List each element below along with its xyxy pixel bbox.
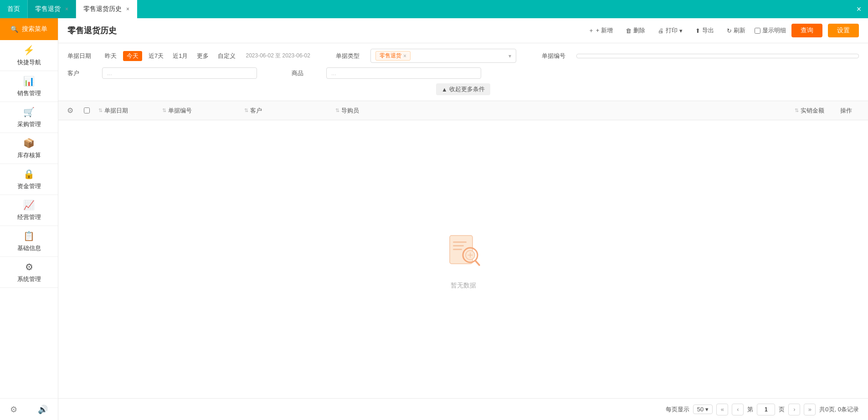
th-bill-label: 单据编号 [168, 107, 192, 115]
bill-no-label: 单据编号 [542, 52, 569, 60]
th-action-label: 操作 [840, 107, 852, 115]
goods-input[interactable]: ... [326, 67, 481, 79]
date-opt-yesterday[interactable]: 昨天 [102, 51, 119, 61]
next-page-button[interactable]: › [788, 404, 800, 415]
delete-button[interactable]: 🗑 删除 [622, 25, 649, 36]
sidebar-item-sales-label: 销售管理 [17, 89, 41, 97]
sidebar-item-inventory-label: 库存核算 [17, 151, 41, 159]
sidebar-item-operations-label: 经营管理 [17, 213, 41, 221]
empty-text: 暂无数据 [451, 282, 476, 290]
new-icon: ＋ [588, 26, 594, 35]
show-detail-label: 显示明细 [762, 26, 786, 35]
th-customer[interactable]: ⇅ 客户 [241, 107, 332, 115]
tab-retail-return[interactable]: 零售退货 × [28, 0, 76, 18]
empty-illustration [441, 229, 486, 274]
sidebar-item-inventory[interactable]: 📦 库存核算 [0, 133, 58, 164]
export-button[interactable]: ⬆ 导出 [692, 25, 718, 36]
tab-retail-return-label: 零售退货 [35, 5, 61, 13]
page-size-chevron-icon: ▾ [705, 406, 709, 413]
last-page-button[interactable]: » [804, 404, 816, 415]
sidebar: 🔍 搜索菜单 ⚡ 快捷导航 📊 销售管理 🛒 采购管理 📦 库存核算 🔒 资金管… [0, 18, 58, 420]
collapse-icon: ▲ [442, 86, 447, 93]
sort-customer-icon: ⇅ [244, 108, 248, 113]
new-button[interactable]: ＋ + 新增 [585, 25, 616, 36]
sidebar-item-quick-nav[interactable]: ⚡ 快捷导航 [0, 40, 58, 71]
bill-type-tag: 零售退货 × [375, 51, 411, 61]
date-range-display: 2023-06-02 至 2023-06-02 [246, 52, 310, 60]
show-detail-input[interactable] [755, 28, 760, 34]
refresh-icon: ↻ [727, 27, 732, 34]
svg-line-6 [475, 261, 479, 265]
th-date-label: 单据日期 [104, 107, 128, 115]
tab-home[interactable]: 首页 [0, 0, 28, 18]
th-bill-no[interactable]: ⇅ 单据编号 [159, 107, 241, 115]
export-icon: ⬆ [695, 27, 700, 34]
th-action: 操作 [828, 107, 864, 115]
table-header: ⚙ ⇅ 单据日期 ⇅ 单据编号 ⇅ 客户 ⇅ 导购员 [58, 101, 868, 120]
main-layout: 🔍 搜索菜单 ⚡ 快捷导航 📊 销售管理 🛒 采购管理 📦 库存核算 🔒 资金管… [0, 18, 868, 420]
date-opt-7days[interactable]: 近7天 [146, 51, 166, 61]
quick-nav-icon: ⚡ [23, 45, 35, 56]
settings-button[interactable]: 设置 [828, 24, 859, 37]
refresh-label: 刷新 [734, 26, 745, 35]
print-button[interactable]: 🖨 打印 ▾ [654, 25, 686, 36]
bill-type-tag-close[interactable]: × [403, 53, 406, 59]
prev-page-button[interactable]: ‹ [732, 404, 744, 415]
customer-input[interactable]: ... [102, 67, 257, 79]
goods-filter-label: 商品 [292, 69, 319, 77]
page-size-label: 每页显示 [666, 405, 689, 414]
tab-retail-return-close[interactable]: × [65, 6, 68, 12]
export-label: 导出 [702, 26, 714, 35]
svg-rect-2 [453, 245, 464, 246]
table-area: ⚙ ⇅ 单据日期 ⇅ 单据编号 ⇅ 客户 ⇅ 导购员 [58, 101, 868, 398]
th-amount-label: 实销金额 [801, 107, 824, 115]
date-opt-today[interactable]: 今天 [123, 51, 142, 61]
page-number-input[interactable] [757, 404, 775, 415]
sidebar-bottom: ⚙ 🔊 [0, 398, 58, 420]
refresh-button[interactable]: ↻ 刷新 [723, 25, 749, 36]
bill-type-select[interactable]: 零售退货 × ▾ [370, 49, 516, 63]
collapse-button[interactable]: ▲ 收起更多条件 [436, 83, 490, 95]
tab-retail-return-history-label: 零售退货历史 [83, 5, 122, 13]
tab-retail-return-history-close[interactable]: × [126, 6, 129, 12]
query-button[interactable]: 查询 [791, 24, 822, 37]
first-page-button[interactable]: « [716, 404, 728, 415]
bill-no-input[interactable] [576, 54, 859, 58]
sidebar-item-system[interactable]: ⚙ 系统管理 [0, 257, 58, 288]
th-customer-label: 客户 [250, 107, 262, 115]
th-date[interactable]: ⇅ 单据日期 [95, 107, 159, 115]
sidebar-item-operations[interactable]: 📈 经营管理 [0, 195, 58, 226]
sidebar-audio-icon[interactable]: 🔊 [38, 405, 48, 415]
table-select-all-checkbox[interactable] [78, 108, 95, 113]
table-settings-icon[interactable]: ⚙ [62, 106, 78, 115]
sidebar-search[interactable]: 🔍 搜索菜单 [0, 18, 58, 40]
content-area: 零售退货历史 ＋ + 新增 🗑 删除 🖨 打印 ▾ ⬆ 导出 [58, 18, 868, 420]
customer-filter-label: 客户 [67, 69, 95, 77]
sales-icon: 📊 [23, 76, 35, 87]
window-close-button[interactable]: × [850, 0, 868, 18]
date-opt-custom[interactable]: 自定义 [215, 51, 238, 61]
sidebar-item-sales[interactable]: 📊 销售管理 [0, 71, 58, 102]
sidebar-item-purchase-label: 采购管理 [17, 120, 41, 128]
show-detail-checkbox[interactable]: 显示明细 [755, 26, 786, 35]
sidebar-item-finance[interactable]: 🔒 资金管理 [0, 164, 58, 195]
sidebar-item-quick-nav-label: 快捷导航 [17, 58, 41, 67]
select-all-input[interactable] [84, 108, 90, 113]
pagination: 每页显示 50 ▾ « ‹ 第 页 › » 共0页, 0条记录 [58, 398, 868, 420]
print-chevron-icon: ▾ [679, 27, 683, 34]
bill-type-label: 单据类型 [336, 52, 363, 60]
date-opt-1month[interactable]: 近1月 [170, 51, 190, 61]
page-size-select[interactable]: 50 ▾ [693, 405, 713, 414]
sidebar-item-base-info[interactable]: 📋 基础信息 [0, 226, 58, 257]
sidebar-item-purchase[interactable]: 🛒 采购管理 [0, 102, 58, 133]
inventory-icon: 📦 [23, 138, 35, 149]
sort-amount-icon: ⇅ [795, 108, 799, 113]
sidebar-settings-icon[interactable]: ⚙ [10, 405, 17, 415]
th-guide[interactable]: ⇅ 导购员 [332, 107, 423, 115]
print-label: 打印 [666, 26, 678, 35]
date-opt-more[interactable]: 更多 [194, 51, 211, 61]
tab-retail-return-history[interactable]: 零售退货历史 × [76, 0, 137, 18]
goods-placeholder: ... [331, 70, 336, 77]
tab-home-label: 首页 [7, 5, 20, 13]
th-amount[interactable]: ⇅ 实销金额 [423, 107, 828, 115]
